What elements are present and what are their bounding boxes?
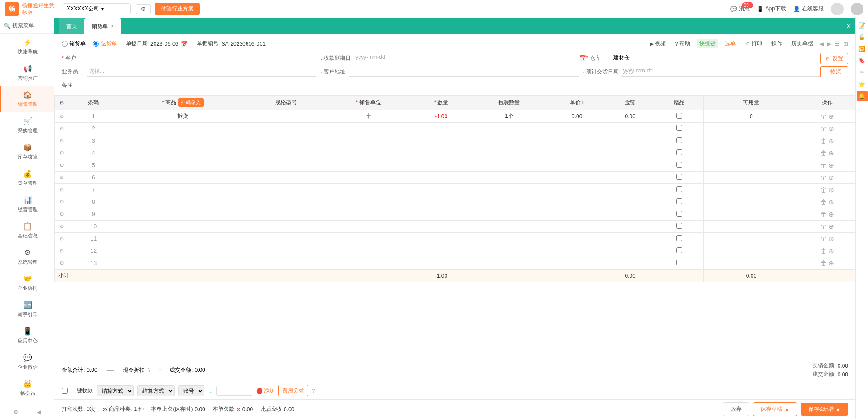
row-spec[interactable] xyxy=(247,172,325,184)
online-service-btn[interactable]: 👤 在线客服 xyxy=(793,5,824,13)
row-sales-unit[interactable] xyxy=(325,184,412,196)
row-sales-unit[interactable] xyxy=(325,159,412,172)
copy-icon[interactable]: ⊕ xyxy=(829,137,834,144)
row-settings[interactable]: ⚙ xyxy=(55,208,69,221)
row-sales-unit[interactable] xyxy=(325,245,412,257)
sidebar-item-purchase[interactable]: 🛒 采购管理 xyxy=(0,112,54,139)
row-pack-qty[interactable] xyxy=(470,172,548,184)
sidebar-item-wechat[interactable]: 💬 企业微信 xyxy=(0,349,54,375)
row-gift[interactable] xyxy=(655,221,703,233)
row-sales-unit[interactable] xyxy=(325,208,412,221)
row-amount[interactable] xyxy=(606,123,655,135)
row-pack-qty[interactable] xyxy=(470,245,548,257)
delete-icon[interactable]: 🗑 xyxy=(820,247,827,255)
row-amount[interactable] xyxy=(606,257,655,270)
calendar-icon[interactable]: 📅 xyxy=(181,41,188,47)
delete-icon[interactable]: 🗑 xyxy=(820,235,827,242)
due-date-calendar-icon[interactable]: 📅 xyxy=(579,55,586,61)
row-product[interactable] xyxy=(118,257,247,270)
row-spec[interactable] xyxy=(247,196,325,208)
row-unit-price[interactable] xyxy=(548,208,606,221)
sidebar-item-finance[interactable]: 💰 资金管理 xyxy=(0,165,54,191)
row-qty[interactable] xyxy=(412,233,470,245)
copy-icon[interactable]: ⊕ xyxy=(829,186,834,193)
draft-btn[interactable]: 保存草稿 ▲ xyxy=(753,402,797,416)
toolbar-print[interactable]: 🖨打印 xyxy=(742,39,765,48)
row-spec[interactable] xyxy=(247,110,325,123)
sidebar-search[interactable]: 🔍 搜索菜单 xyxy=(0,18,54,34)
delete-icon[interactable]: 🗑 xyxy=(820,186,827,193)
scan-btn[interactable]: 扫码录入 xyxy=(178,98,204,107)
row-qty[interactable] xyxy=(412,245,470,257)
copy-icon[interactable]: ⊕ xyxy=(829,198,834,206)
right-tool-refresh[interactable]: 🔁 xyxy=(857,43,868,54)
row-product[interactable] xyxy=(118,172,247,184)
sidebar-item-appstore[interactable]: 📱 应用中心 xyxy=(0,323,54,349)
row-unit-price[interactable] xyxy=(548,196,606,208)
delete-icon[interactable]: 🗑 xyxy=(820,174,827,181)
copy-icon[interactable]: ⊕ xyxy=(829,235,834,242)
draft-chevron[interactable]: ▲ xyxy=(784,406,790,413)
row-unit-price[interactable] xyxy=(548,135,606,147)
row-settings[interactable]: ⚙ xyxy=(55,172,69,184)
gift-checkbox[interactable] xyxy=(676,162,682,168)
sidebar-item-operations[interactable]: 📊 经营管理 xyxy=(0,191,54,217)
add-payment-btn[interactable]: 🔴 添加 xyxy=(256,387,275,395)
row-qty[interactable] xyxy=(412,135,470,147)
row-product[interactable] xyxy=(118,233,247,245)
gift-checkbox[interactable] xyxy=(676,174,682,180)
row-gift[interactable] xyxy=(655,196,703,208)
row-qty[interactable] xyxy=(412,257,470,270)
one-click-pay-checkbox[interactable] xyxy=(62,388,68,394)
addr-dots[interactable]: ... xyxy=(582,68,586,75)
sidebar-item-inventory[interactable]: 📦 库存核算 xyxy=(0,139,54,165)
row-qty[interactable] xyxy=(412,159,470,172)
expected-date-input[interactable]: yyyy-mm-dd xyxy=(621,67,839,77)
row-settings[interactable]: ⚙ xyxy=(55,221,69,233)
amount-input[interactable] xyxy=(216,386,252,396)
warehouse-input[interactable]: 建材仓 xyxy=(611,53,841,63)
row-spec[interactable] xyxy=(247,257,325,270)
row-pack-qty[interactable] xyxy=(470,147,548,159)
row-sales-unit[interactable] xyxy=(325,123,412,135)
row-qty[interactable]: -1.00 xyxy=(412,110,470,123)
row-settings[interactable]: ⚙ xyxy=(55,257,69,270)
row-amount[interactable] xyxy=(606,196,655,208)
row-pack-qty[interactable] xyxy=(470,184,548,196)
row-amount[interactable] xyxy=(606,135,655,147)
row-settings[interactable]: ⚙ xyxy=(55,184,69,196)
tab-sales-order[interactable]: 销货单 × xyxy=(84,18,121,34)
row-qty[interactable] xyxy=(412,208,470,221)
right-tool-edit[interactable]: 📝 xyxy=(857,20,868,31)
row-qty[interactable] xyxy=(412,172,470,184)
row-gift[interactable] xyxy=(655,184,703,196)
row-qty[interactable] xyxy=(412,221,470,233)
row-pack-qty[interactable] xyxy=(470,257,548,270)
row-product[interactable] xyxy=(118,184,247,196)
notes-input[interactable] xyxy=(87,80,324,90)
row-unit-price[interactable] xyxy=(548,172,606,184)
row-amount[interactable] xyxy=(606,184,655,196)
toolbar-video[interactable]: ▶视频 xyxy=(647,39,669,48)
copy-icon[interactable]: ⊕ xyxy=(829,113,834,120)
copy-icon[interactable]: ⊕ xyxy=(829,247,834,255)
row-settings[interactable]: ⚙ xyxy=(55,135,69,147)
row-gift[interactable] xyxy=(655,110,703,123)
row-product[interactable] xyxy=(118,245,247,257)
right-tool-star[interactable]: ⭐ xyxy=(857,79,868,90)
row-amount[interactable] xyxy=(606,159,655,172)
discount-question[interactable]: ? xyxy=(148,367,151,373)
gift-checkbox[interactable] xyxy=(676,125,682,131)
row-spec[interactable] xyxy=(247,208,325,221)
gift-checkbox[interactable] xyxy=(676,137,682,143)
copy-icon[interactable]: ⊕ xyxy=(829,125,834,132)
gift-checkbox[interactable] xyxy=(676,198,682,204)
row-product[interactable]: 拆货 xyxy=(118,110,247,123)
row-product[interactable] xyxy=(118,147,247,159)
row-amount[interactable] xyxy=(606,172,655,184)
row-product[interactable] xyxy=(118,135,247,147)
settings-btn[interactable]: ⚙ 设置 xyxy=(820,53,848,64)
row-amount[interactable] xyxy=(606,221,655,233)
row-pack-qty[interactable] xyxy=(470,233,548,245)
row-pack-qty[interactable]: 1个 xyxy=(470,110,548,123)
